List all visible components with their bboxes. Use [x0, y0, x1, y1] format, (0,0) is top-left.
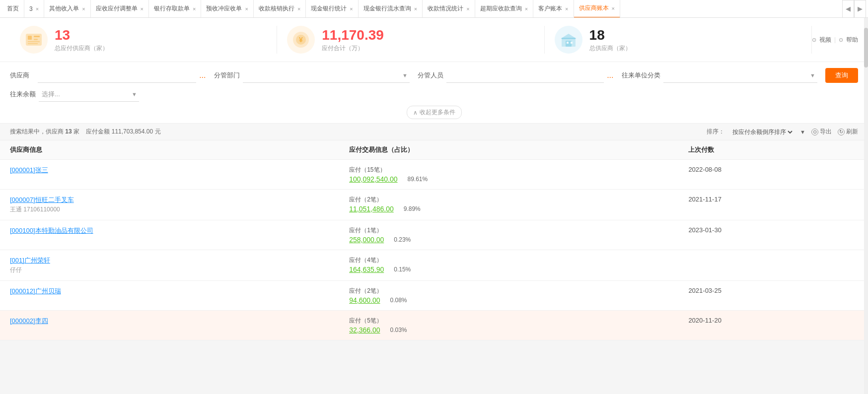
nav-tab-other-income-close[interactable]: × — [82, 6, 85, 12]
nav-tab-ap-adjust[interactable]: 应收应付调整单 × — [91, 0, 149, 18]
nav-right-arrow[interactable]: ▶ — [854, 0, 866, 18]
collapse-button[interactable]: ∧ 收起更多条件 — [407, 106, 462, 119]
dept-select[interactable] — [243, 68, 410, 83]
svg-rect-12 — [562, 38, 576, 39]
nav-tab-cash-bank-flow-close[interactable]: × — [414, 6, 417, 12]
search-button[interactable]: 查询 — [825, 68, 858, 83]
nav-left-arrow[interactable]: ◀ — [842, 0, 854, 18]
tx-amount[interactable]: 94,600.00 — [349, 296, 380, 304]
nav-tab-home[interactable]: 首页 — [2, 0, 24, 18]
refresh-label: 刷新 — [846, 128, 858, 136]
tx-amount[interactable]: 258,000.00 — [349, 236, 384, 244]
collapse-label: 收起更多条件 — [420, 108, 455, 117]
supplier-filter-label: 供应商 — [10, 71, 35, 80]
nav-tab-bank-deposit-close[interactable]: × — [193, 6, 196, 12]
supplier-count: 13 — [65, 128, 72, 135]
nav-tab-collection-stat[interactable]: 收款情况统计 × — [423, 0, 475, 18]
nav-tab-home-label: 首页 — [7, 4, 19, 13]
video-link[interactable]: 视频 — [819, 36, 831, 44]
svg-rect-2 — [34, 36, 40, 37]
separator: | — [834, 36, 836, 43]
col-header-last-payment: 上次付数 — [688, 145, 858, 154]
table-row: [000001]张三 应付（15笔） 100,092,540.00 89.61%… — [0, 160, 868, 190]
person-input[interactable] — [446, 68, 604, 83]
nav-tab-bank-deposit[interactable]: 银行存取款单 × — [149, 0, 201, 18]
scrollbar-thumb[interactable] — [864, 28, 868, 67]
summary-right-links: ⊙ 视频 | ⊙ 帮助 — [812, 36, 858, 44]
nav-tab-supplier-account-close[interactable]: × — [612, 5, 615, 11]
balance-filter-label: 往来余额 — [10, 90, 36, 99]
results-actions: 排序： 按应付余额倒序排序 ▼ ⊙ 导出 ↻ 刷新 — [707, 128, 858, 136]
results-prefix: 搜索结果中，供应商 — [10, 128, 64, 135]
dept-filter-label: 分管部门 — [214, 71, 240, 80]
supplier-link[interactable]: [000007]恒旺二手叉车 — [10, 196, 349, 204]
supplier-link[interactable]: [000002]李四 — [10, 317, 349, 326]
nav-tab-customer-account-close[interactable]: × — [565, 6, 568, 12]
total-payable-label: 应付合计（万） — [322, 44, 384, 53]
tx-label: 应付（4笔） — [349, 256, 688, 264]
nav-tab-3[interactable]: 3 × — [24, 0, 44, 18]
supplier-dots[interactable]: ... — [199, 71, 206, 79]
export-button[interactable]: ⊙ 导出 — [811, 128, 832, 136]
transaction-cell: 应付（15笔） 100,092,540.00 89.61% — [349, 166, 688, 183]
sort-label: 排序： — [707, 128, 724, 136]
nav-tab-3-close[interactable]: × — [36, 6, 39, 12]
tx-amount[interactable]: 100,092,540.00 — [349, 175, 397, 183]
payable-suppliers-number: 13 — [55, 27, 108, 44]
store-icon — [555, 26, 582, 54]
category-select-wrapper: ▼ — [663, 68, 818, 83]
summary-card-total-suppliers: 18 总供应商（家） — [545, 26, 812, 54]
nav-tab-overdue-query-close[interactable]: × — [525, 6, 528, 12]
transaction-cell: 应付（1笔） 258,000.00 0.23% — [349, 226, 688, 244]
balance-select[interactable]: 选择... — [39, 87, 139, 102]
tx-amount[interactable]: 32,366.00 — [349, 326, 380, 334]
nav-tab-other-income[interactable]: 其他收入单 × — [44, 0, 90, 18]
nav-tab-prepay-offset[interactable]: 预收冲应收单 × — [201, 0, 253, 18]
nav-tab-customer-account[interactable]: 客户账本 × — [533, 0, 574, 18]
tx-amount[interactable]: 164,635.90 — [349, 265, 384, 273]
tx-percent: 0.03% — [390, 327, 407, 333]
nav-tab-overdue-query[interactable]: 超期应收款查询 × — [475, 0, 533, 18]
collapse-icon: ∧ — [413, 109, 418, 116]
svg-text:¥: ¥ — [299, 36, 303, 44]
transaction-cell: 应付（2笔） 94,600.00 0.08% — [349, 287, 688, 304]
nav-tab-collection-stat-close[interactable]: × — [466, 6, 469, 12]
help-link[interactable]: 帮助 — [846, 36, 858, 44]
supplier-link[interactable]: [001]广州荣轩 — [10, 256, 349, 265]
svg-rect-3 — [34, 39, 38, 40]
last-payment-cell: 2022-08-08 — [688, 166, 858, 173]
filter-area: 供应商 ... 分管部门 ▼ 分管人员 ... 往来单位分类 — [0, 62, 868, 124]
nav-tab-cash-bank-stat-close[interactable]: × — [350, 6, 353, 12]
balance-select-wrapper: 选择... ▼ — [39, 87, 139, 102]
col-header-supplier: 供应商信息 — [10, 145, 349, 154]
tx-percent: 9.89% — [404, 205, 421, 212]
transaction-cell: 应付（2笔） 11,051,486.00 9.89% — [349, 196, 688, 213]
nav-tab-collection-exec-close[interactable]: × — [297, 6, 300, 12]
nav-tab-supplier-account[interactable]: 供应商账本 × — [574, 0, 620, 18]
scrollbar-track[interactable] — [864, 18, 868, 340]
sort-select[interactable]: 按应付余额倒序排序 — [730, 128, 794, 136]
nav-tab-prepay-offset-close[interactable]: × — [245, 6, 248, 12]
person-dots[interactable]: ... — [607, 71, 613, 79]
summary-info-total-suppliers: 18 总供应商（家） — [589, 27, 631, 53]
filter-row-2: 往来余额 选择... ▼ — [10, 87, 858, 102]
tx-label: 应付（5笔） — [349, 317, 688, 325]
supplier-input[interactable] — [38, 68, 196, 83]
category-select[interactable] — [663, 68, 818, 83]
tx-amount[interactable]: 11,051,486.00 — [349, 205, 394, 213]
supplier-link[interactable]: [000001]张三 — [10, 166, 349, 175]
tx-percent: 0.08% — [390, 297, 407, 304]
summary-info-total-payable: 11,170.39 应付合计（万） — [322, 27, 384, 53]
nav-tab-cash-bank-stat[interactable]: 现金银行统计 × — [306, 0, 358, 18]
supplier-link[interactable]: [000100]本特勤油品有限公司 — [10, 226, 349, 235]
tx-percent: 0.15% — [394, 266, 411, 273]
transaction-cell: 应付（5笔） 32,366.00 0.03% — [349, 317, 688, 334]
top-nav: 首页 3 × 其他收入单 × 应收应付调整单 × 银行存取款单 × 预收冲应收单… — [0, 0, 868, 18]
nav-tab-ap-adjust-close[interactable]: × — [141, 6, 144, 12]
supplier-link[interactable]: [000012]广州贝瑞 — [10, 287, 349, 296]
amount-value: 111,703,854.00 — [112, 128, 153, 135]
supplier-sub: 王通 17106110000 — [10, 205, 349, 214]
nav-tab-cash-bank-flow[interactable]: 现金银行流水查询 × — [359, 0, 423, 18]
refresh-button[interactable]: ↻ 刷新 — [838, 128, 858, 136]
nav-tab-collection-exec[interactable]: 收款核销执行 × — [254, 0, 306, 18]
